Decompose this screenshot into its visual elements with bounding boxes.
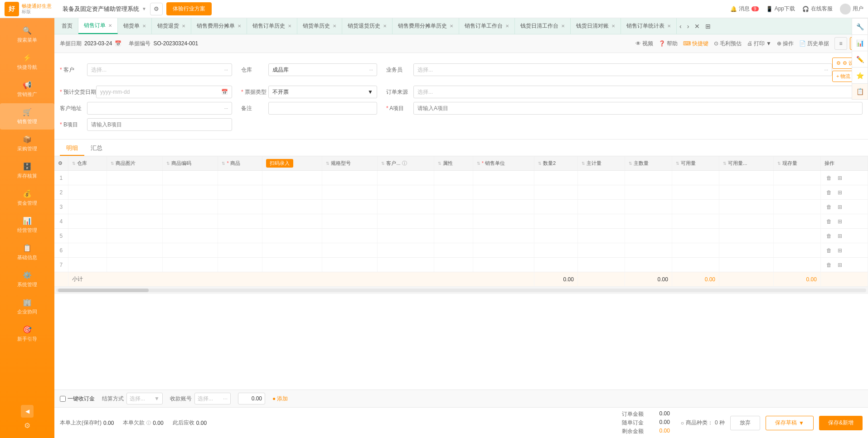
payment-method-select[interactable]: 选择... ▼ xyxy=(126,393,163,404)
tab-close-order-history[interactable]: ✕ xyxy=(288,24,291,29)
shortcut-btn[interactable]: ⌨ 快捷键 xyxy=(683,40,708,48)
tab-expense-split[interactable]: 销售费用分摊单 ✕ xyxy=(191,18,247,34)
rfloat-btn-1[interactable]: 🔧 xyxy=(852,18,868,34)
warehouse-input[interactable]: 成品库 ··· xyxy=(268,63,377,76)
tab-close-order-workbench[interactable]: ✕ xyxy=(505,24,509,29)
address-dots-btn[interactable]: ··· xyxy=(224,106,228,111)
tab-close-sales-order[interactable]: ✕ xyxy=(108,23,112,28)
tab-close-cash-workbench[interactable]: ✕ xyxy=(561,24,565,29)
tab-cash-workbench[interactable]: 钱货日清工作台 ✕ xyxy=(515,18,571,34)
one-click-checkbox-input[interactable] xyxy=(60,396,66,402)
tab-sales-stats[interactable]: 销售订单统计表 ✕ xyxy=(621,18,677,34)
list-view-btn[interactable]: ≡ xyxy=(834,37,847,50)
expected-date-input[interactable]: yyyy-mm-dd 📅 xyxy=(96,86,232,98)
tab-nav-more[interactable]: ✕ xyxy=(692,23,703,30)
app-download-btn[interactable]: 📱 App下载 xyxy=(766,5,795,13)
view-btn[interactable]: 👁 视频 xyxy=(635,40,653,48)
customer-address-input[interactable]: ··· xyxy=(87,102,232,115)
sidebar-item-quick[interactable]: ⚡ 快捷导航 xyxy=(0,49,54,75)
discard-btn[interactable]: 放弃 xyxy=(730,416,760,430)
row-3-delete-btn[interactable]: 🗑 xyxy=(824,202,834,212)
sidebar-item-search[interactable]: 🔍 搜索菜单 xyxy=(0,22,54,48)
calendar-icon[interactable]: 📅 xyxy=(115,40,121,47)
tab-return-history[interactable]: 销货单历史 ✕ xyxy=(297,18,342,34)
tab-nav-next[interactable]: › xyxy=(684,23,692,30)
sidebar-item-sales[interactable]: 🛒 销售管理 xyxy=(0,103,54,130)
tab-refund-history[interactable]: 销货退货历史 ✕ xyxy=(342,18,393,34)
tab-home[interactable]: 首页 xyxy=(56,18,78,34)
amount-input[interactable] xyxy=(238,393,265,404)
sidebar-item-operation[interactable]: 📊 经营管理 xyxy=(0,212,54,238)
operate-btn[interactable]: ⊕ 操作 xyxy=(777,40,794,48)
tab-sales-refund[interactable]: 销货退货 ✕ xyxy=(152,18,191,34)
row-2-delete-btn[interactable]: 🗑 xyxy=(824,188,834,197)
industry-btn[interactable]: 体验行业方案 xyxy=(166,2,212,15)
tab-close-return-history[interactable]: ✕ xyxy=(333,24,336,29)
sidebar-collapse-btn[interactable]: ◀ xyxy=(21,405,34,418)
sidebar-item-base[interactable]: 📋 基础信息 xyxy=(0,239,54,265)
tab-nav-prev[interactable]: ‹ xyxy=(677,23,684,30)
salesperson-input[interactable]: 选择... ··· xyxy=(413,63,832,76)
rfloat-btn-5[interactable]: 📋 xyxy=(852,83,868,100)
salesperson-dots-btn[interactable]: ··· xyxy=(824,67,828,72)
online-service-btn[interactable]: 🎧 在线客服 xyxy=(802,5,833,13)
sidebar-item-inventory[interactable]: 🗄️ 库存核算 xyxy=(0,158,54,184)
order-source-select[interactable]: 选择... ▼ xyxy=(413,86,863,98)
print-btn[interactable]: 🖨 打印 ▼ xyxy=(747,40,771,48)
sidebar-item-enterprise[interactable]: 🏢 企业协同 xyxy=(0,294,54,320)
sidebar-item-purchase[interactable]: 📦 采购管理 xyxy=(0,130,54,157)
scan-btn[interactable]: 扫码录入 xyxy=(266,159,293,168)
invoice-type-select[interactable]: 不开票 ▼ xyxy=(268,86,377,98)
row-3-copy-btn[interactable]: ⊞ xyxy=(835,202,844,212)
customer-input[interactable]: 选择... ··· xyxy=(87,63,232,76)
tab-detail[interactable]: 明细 xyxy=(60,141,84,156)
tab-reconcile[interactable]: 钱货日清对账 ✕ xyxy=(571,18,621,34)
sidebar-settings-btn[interactable]: ⚙ xyxy=(24,421,30,430)
tab-sales-return[interactable]: 销货单 ✕ xyxy=(118,18,152,34)
one-click-deposit-checkbox[interactable]: 一键收订金 xyxy=(60,395,95,403)
sidebar-item-newbie[interactable]: 🎯 新手引导 xyxy=(0,321,54,347)
row-1-delete-btn[interactable]: 🗑 xyxy=(824,173,834,183)
tab-expense-history[interactable]: 销售费用分摊单历史 ✕ xyxy=(393,18,459,34)
tab-close-expense-split[interactable]: ✕ xyxy=(238,24,241,29)
row-2-copy-btn[interactable]: ⊞ xyxy=(835,188,844,197)
row-6-delete-btn[interactable]: 🗑 xyxy=(824,246,834,255)
account-no-select[interactable]: 选择... ··· xyxy=(194,393,231,404)
rfloat-btn-3[interactable]: ✏️ xyxy=(852,51,868,67)
remark-input[interactable] xyxy=(268,102,377,115)
sidebar-item-system[interactable]: ⚙️ 系统管理 xyxy=(0,266,54,293)
save-draft-btn[interactable]: 保存草稿 ▼ xyxy=(766,416,814,430)
row-5-delete-btn[interactable]: 🗑 xyxy=(824,231,834,241)
row-1-copy-btn[interactable]: ⊞ xyxy=(835,173,844,183)
row-4-delete-btn[interactable]: 🗑 xyxy=(824,217,834,226)
tab-sales-order[interactable]: 销售订单 ✕ xyxy=(78,18,118,34)
save-new-btn[interactable]: 保存&新增 xyxy=(819,416,863,430)
tab-close-sales-return[interactable]: ✕ xyxy=(142,24,146,29)
row-6-copy-btn[interactable]: ⊞ xyxy=(835,246,844,255)
history-btn[interactable]: 📄 历史单据 xyxy=(799,40,829,48)
help-btn[interactable]: ❓ 帮助 xyxy=(659,40,678,48)
sidebar-item-finance[interactable]: 💰 资金管理 xyxy=(0,185,54,211)
tab-close-reconcile[interactable]: ✕ xyxy=(611,24,615,29)
tab-summary[interactable]: 汇总 xyxy=(84,141,109,156)
sidebar-item-marketing[interactable]: 📢 营销推广 xyxy=(0,76,54,102)
profit-btn[interactable]: ⊙ 毛利预估 xyxy=(714,40,742,48)
tab-order-history[interactable]: 销售订单历史 ✕ xyxy=(247,18,297,34)
user-btn[interactable]: 用户 xyxy=(840,4,863,14)
row-7-copy-btn[interactable]: ⊞ xyxy=(835,260,844,270)
rfloat-btn-4[interactable]: ⭐ xyxy=(852,67,868,83)
tab-close-sales-stats[interactable]: ✕ xyxy=(667,24,671,29)
scroll-thumb[interactable] xyxy=(58,289,149,292)
row-7-delete-btn[interactable]: 🗑 xyxy=(824,260,834,270)
tab-close-refund-history[interactable]: ✕ xyxy=(383,24,387,29)
rfloat-btn-2[interactable]: 📊 xyxy=(852,34,868,51)
warehouse-dots-btn[interactable]: ··· xyxy=(369,67,373,72)
add-btn[interactable]: ● 添加 xyxy=(272,395,288,403)
customer-dots-btn[interactable]: ··· xyxy=(224,67,228,72)
tab-close-sales-refund[interactable]: ✕ xyxy=(182,24,185,29)
tab-order-workbench[interactable]: 销售订单工作台 ✕ xyxy=(459,18,515,34)
row-4-copy-btn[interactable]: ⊞ xyxy=(835,217,844,226)
tab-close-expense-history[interactable]: ✕ xyxy=(450,24,453,29)
b-project-input[interactable] xyxy=(87,118,232,131)
a-project-input[interactable] xyxy=(413,102,863,115)
